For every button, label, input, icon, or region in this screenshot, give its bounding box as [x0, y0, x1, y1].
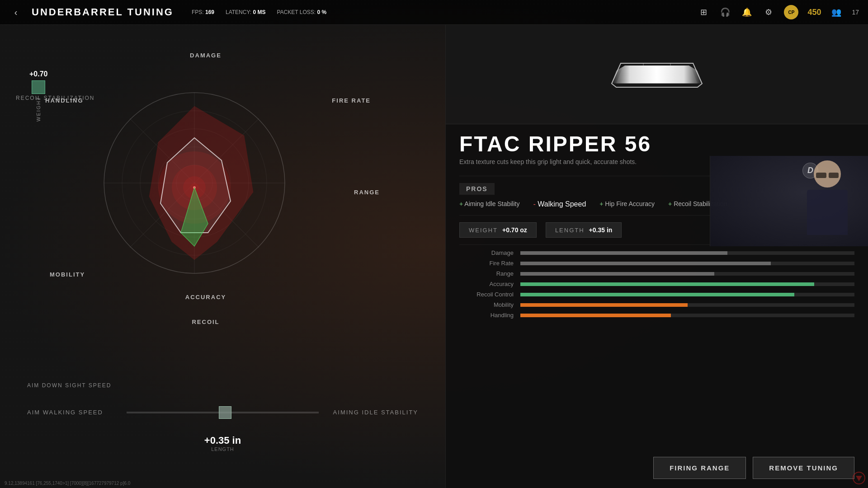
stat-bar-row: Fire Rate — [459, 260, 854, 267]
weight-pill-value: +0.70 oz — [502, 226, 527, 234]
stat-label: Damage — [459, 249, 514, 256]
stat-bar-fill — [520, 282, 814, 286]
stat-bar-fill — [520, 303, 688, 307]
stat-label: Fire Rate — [459, 260, 514, 267]
currency-icon: CP — [784, 5, 798, 19]
stat-bar-track — [520, 282, 854, 286]
cam-glasses-left — [816, 173, 826, 178]
aiming-idle-stability-label: AIMING IDLE STABILITY — [328, 409, 418, 416]
stat-bar-row: Recoil Control — [459, 291, 854, 298]
cam-inner: D — [710, 156, 868, 246]
page-title: UNDERBARREL TUNING — [32, 6, 174, 18]
settings-icon[interactable]: ⚙ — [762, 6, 775, 19]
top-bar-left: ‹ UNDERBARREL TUNING FPS: 169 LATENCY: 0… — [9, 5, 326, 19]
fire-rate-label: FIRE RATE — [332, 97, 371, 104]
weight-value: +0.70 — [29, 70, 47, 78]
stat-label: Recoil Control — [459, 291, 514, 298]
fps-label: FPS: 169 — [192, 9, 214, 15]
handling-label: HANDLING — [45, 97, 84, 104]
stat-bar-fill — [520, 314, 671, 317]
currency-amount: 450 — [807, 8, 821, 17]
latency-label: LATENCY: 0 MS — [226, 9, 266, 15]
stat-bar-fill — [520, 272, 714, 276]
weight-pill-label: WEIGHT — [469, 227, 498, 234]
stat-bar-fill — [520, 251, 727, 255]
pro-item-1: Aiming Idle Stability — [459, 200, 519, 208]
weight-slider[interactable]: +0.70 WEIGHT — [29, 70, 47, 122]
weight-pill: WEIGHT +0.70 oz — [459, 222, 537, 238]
stat-bar-row: Damage — [459, 249, 854, 256]
stat-bar-row: Mobility — [459, 301, 854, 308]
cam-person: D — [796, 160, 859, 242]
social-icon[interactable]: 👥 — [830, 6, 843, 19]
stat-bar-track — [520, 293, 854, 296]
length-pill-value: +0.35 in — [589, 226, 613, 234]
stat-label: Handling — [459, 312, 514, 319]
weight-label: WEIGHT — [36, 96, 41, 122]
right-panel: FTAC RIPPER 56 Extra texture cuts keep t… — [445, 25, 868, 488]
length-pill-label: LENGTH — [555, 227, 585, 234]
cam-head — [814, 160, 841, 188]
stat-label: Mobility — [459, 301, 514, 308]
range-label: RANGE — [354, 189, 380, 196]
length-value: +0.35 in — [204, 435, 241, 446]
stats-section: Damage Fire Rate Range Accuracy Recoil C… — [446, 245, 868, 327]
con-item-1: Walking Speed — [533, 200, 586, 208]
mobility-label: MOBILITY — [50, 271, 85, 278]
svg-marker-18 — [612, 63, 702, 87]
length-pill: LENGTH +0.35 in — [546, 222, 622, 238]
back-button[interactable]: ‹ — [9, 5, 23, 19]
length-display: +0.35 in LENGTH — [204, 435, 241, 452]
length-label: LENGTH — [204, 446, 241, 452]
stat-bar-row: Accuracy — [459, 281, 854, 287]
bottom-buttons: FIRING RANGE REMOVE TUNING — [653, 457, 854, 479]
cam-glasses-right — [829, 173, 839, 178]
streamer-cam: D — [710, 156, 868, 246]
performance-stats: FPS: 169 LATENCY: 0 MS PACKET LOSS: 0 % — [192, 9, 326, 15]
bottom-slider-row: AIM WALKING SPEED AIMING IDLE STABILITY — [0, 409, 445, 416]
stat-bar-track — [520, 272, 854, 276]
stat-label: Range — [459, 270, 514, 277]
grid-icon[interactable]: ⊞ — [697, 6, 710, 19]
remove-tuning-button[interactable]: REMOVE TUNING — [753, 457, 854, 479]
svg-marker-19 — [616, 66, 698, 84]
attachment-name: FTAC RIPPER 56 — [446, 124, 868, 157]
stat-label: Accuracy — [459, 281, 514, 287]
radar-chart: DAMAGE FIRE RATE RANGE ACCURACY RECOIL M… — [59, 61, 353, 323]
aim-walking-speed-slider[interactable] — [127, 412, 319, 413]
stat-bar-track — [520, 251, 854, 255]
stat-bar-track — [520, 262, 854, 265]
top-bar-right: ⊞ 🎧 🔔 ⚙ CP 450 👥 17 — [697, 5, 859, 19]
firing-range-button[interactable]: FIRING RANGE — [653, 457, 746, 479]
bell-icon[interactable]: 🔔 — [741, 6, 753, 19]
attachment-image — [607, 61, 707, 88]
weight-indicator — [32, 80, 45, 94]
main-panel: RECOIL STABILIZATION +0.70 WEIGHT DAMAGE… — [0, 25, 445, 488]
stat-bar-row: Range — [459, 270, 854, 277]
cam-glasses — [816, 173, 839, 178]
packet-loss-label: PACKET LOSS: 0 % — [277, 9, 326, 15]
damage-label: DAMAGE — [190, 52, 222, 59]
headset-icon[interactable]: 🎧 — [719, 6, 731, 19]
radar-svg — [81, 70, 307, 296]
rank-count: 17 — [852, 9, 859, 16]
aim-walking-speed-thumb[interactable] — [219, 406, 231, 419]
stat-bar-row: Handling — [459, 312, 854, 319]
aim-down-sight-label: AIM DOWN SIGHT SPEED — [27, 382, 111, 389]
pros-header: PROS — [459, 183, 495, 195]
top-bar: ‹ UNDERBARREL TUNING FPS: 169 LATENCY: 0… — [0, 0, 868, 25]
attachment-image-area — [446, 25, 868, 124]
recoil-label: RECOIL — [192, 319, 219, 325]
stat-bar-track — [520, 314, 854, 317]
stat-bar-fill — [520, 293, 794, 296]
stat-bar-track — [520, 303, 854, 307]
pro-item-2: Hip Fire Accuracy — [599, 200, 655, 208]
watermark — [852, 471, 866, 486]
stat-bar-fill — [520, 262, 771, 265]
cam-body — [807, 190, 848, 235]
aim-walking-speed-label: AIM WALKING SPEED — [27, 409, 118, 416]
